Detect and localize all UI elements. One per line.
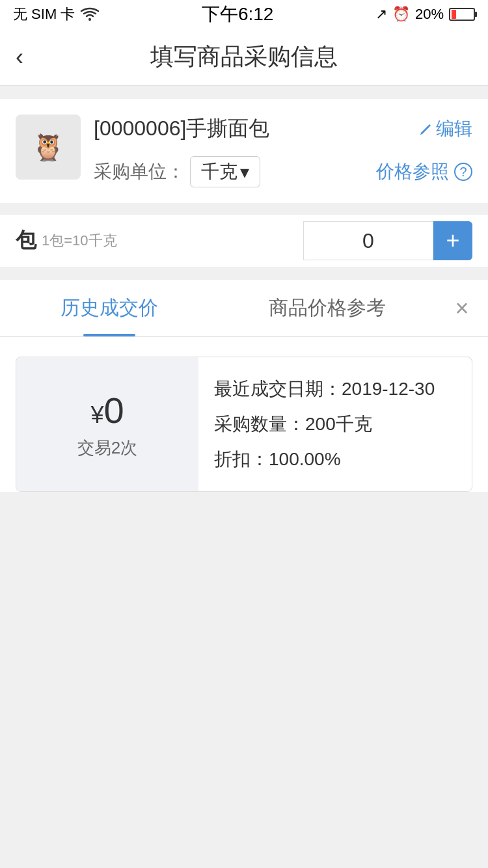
txn-count: 交易2次 <box>77 437 137 459</box>
product-logo: 🦉 <box>32 132 64 163</box>
product-name: [0000006]手撕面包 <box>94 115 269 143</box>
status-left: 无 SIM 卡 <box>13 5 100 24</box>
unit-char: 包 <box>16 226 36 255</box>
amount-value: 0 <box>103 390 124 431</box>
close-icon: × <box>455 295 468 322</box>
status-bar: 无 SIM 卡 下午6:12 ↗ ⏰ 20% <box>0 0 488 29</box>
quantity-row: 包 1包=10千克 0 + <box>0 215 488 267</box>
price-details: 最近成交日期：2019-12-30 采购数量：200千克 折扣：100.00% <box>198 357 472 491</box>
unit-row: 采购单位： 千克 ▾ 价格参照 ? <box>94 156 472 187</box>
price-ref-label: 价格参照 <box>376 159 449 184</box>
price-card: ¥0 交易2次 最近成交日期：2019-12-30 采购数量：200千克 折扣：… <box>16 357 472 492</box>
dropdown-arrow-icon: ▾ <box>240 161 249 183</box>
recent-date-value: 2019-12-30 <box>342 379 435 399</box>
qty-value[interactable]: 0 <box>303 221 433 260</box>
qty-input-group: 0 + <box>303 221 472 260</box>
content-area <box>0 511 488 868</box>
battery-icon <box>449 8 475 21</box>
status-right: ↗ ⏰ 20% <box>375 6 475 23</box>
qty-label: 采购数量： <box>214 414 305 434</box>
help-icon: ? <box>454 163 472 181</box>
edit-icon <box>419 122 433 136</box>
tab-price-ref-label: 商品价格参考 <box>269 295 386 321</box>
recent-date-row: 最近成交日期：2019-12-30 <box>214 377 456 401</box>
discount-row: 折扣：100.00% <box>214 447 456 472</box>
svg-point-0 <box>88 18 91 21</box>
product-thumbnail: 🦉 <box>16 115 81 180</box>
location-icon: ↗ <box>375 6 387 23</box>
tab-history-label: 历史成交价 <box>61 295 158 321</box>
unit-conversion: 1包=10千克 <box>42 231 117 251</box>
recent-date-label: 最近成交日期： <box>214 379 342 399</box>
tab-close-button[interactable]: × <box>436 295 488 322</box>
price-ref-button[interactable]: 价格参照 ? <box>376 159 472 184</box>
separator <box>0 203 488 213</box>
product-header: [0000006]手撕面包 编辑 <box>94 115 472 143</box>
page-title: 填写商品采购信息 <box>150 41 338 73</box>
qty-plus-button[interactable]: + <box>433 221 472 260</box>
product-info: [0000006]手撕面包 编辑 采购单位： 千克 ▾ 价格参照 ? <box>94 115 472 187</box>
unit-value: 千克 <box>201 159 237 184</box>
alarm-icon: ⏰ <box>392 6 410 23</box>
tab-underline <box>83 334 135 336</box>
tabs-section: 历史成交价 商品价格参考 × ¥0 交易2次 最近成交日期：2019-12-30… <box>0 280 488 492</box>
qty-row: 采购数量：200千克 <box>214 412 456 437</box>
tabs-header: 历史成交价 商品价格参考 × <box>0 280 488 337</box>
plus-icon: + <box>446 227 459 254</box>
edit-label: 编辑 <box>436 116 472 141</box>
unit-dropdown[interactable]: 千克 ▾ <box>190 156 260 187</box>
battery-percent: 20% <box>415 6 444 23</box>
discount-label: 折扣： <box>214 449 269 469</box>
discount-value: 100.00% <box>269 449 341 469</box>
status-time: 下午6:12 <box>202 2 274 27</box>
qty-value-text: 200千克 <box>305 414 372 434</box>
wifi-icon <box>80 7 100 21</box>
edit-button[interactable]: 编辑 <box>419 116 472 141</box>
currency-symbol: ¥ <box>90 401 103 428</box>
price-amount: ¥0 <box>90 389 124 431</box>
carrier-text: 无 SIM 卡 <box>13 5 75 24</box>
back-button[interactable]: ‹ <box>16 44 23 71</box>
product-card: 🦉 [0000006]手撕面包 编辑 采购单位： 千克 ▾ 价格参照 <box>0 99 488 203</box>
price-summary: ¥0 交易2次 <box>16 357 198 491</box>
nav-bar: ‹ 填写商品采购信息 <box>0 29 488 86</box>
tab-history-price[interactable]: 历史成交价 <box>0 280 218 336</box>
unit-label-text: 采购单位： <box>94 159 185 184</box>
tab-price-ref[interactable]: 商品价格参考 <box>218 280 436 336</box>
